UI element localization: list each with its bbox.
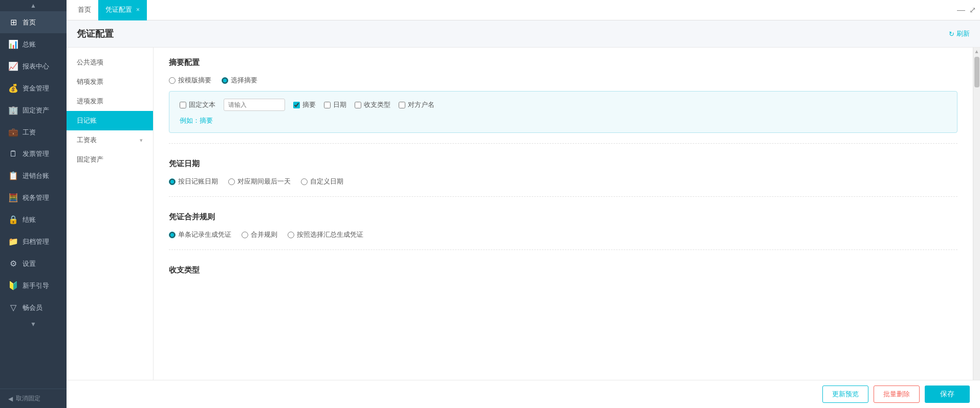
sidebar-item-asset[interactable]: 🏢 固定资产 [0,99,67,121]
date-last-day-radio[interactable] [228,178,235,185]
close-account-icon: 🔒 [8,215,18,224]
sidebar-unpin-button[interactable]: ◀ 取消固定 [0,389,67,408]
tab-right-actions: — ⤢ [957,5,976,15]
content-layout: 公共选项 销项发票 进项发票 日记账 工资表 ▾ 固定资产 摘要配置 [67,48,980,380]
checkbox-summary[interactable]: 摘要 [293,100,316,109]
sidebar-item-invoice[interactable]: 🗒 发票管理 [0,143,67,165]
fixed-text-input[interactable] [224,99,285,111]
tab-close-icon[interactable]: × [136,6,140,13]
checkbox-counterpart[interactable]: 对方户名 [399,100,434,109]
bottom-bar: 更新预览 批量删除 保存 [67,380,980,408]
page-header: 凭证配置 ↻ 刷新 [67,20,980,48]
nav-item-fixed-asset[interactable]: 固定资产 [67,150,153,169]
summary-radio-group: 按模版摘要 选择摘要 [169,76,957,85]
checkbox-date[interactable]: 日期 [324,100,346,109]
main-content: 摘要配置 按模版摘要 选择摘要 固定文本 [154,48,973,380]
fixed-text-checkbox[interactable] [180,102,186,108]
minimize-button[interactable]: — [957,5,965,15]
sidebar-item-member[interactable]: ▽ 畅会员 [0,297,67,319]
merge-section-title: 凭证合并规则 [169,212,957,222]
merge-radio-by-selection[interactable]: 按照选择汇总生成凭证 [288,230,363,239]
sidebar-item-guide[interactable]: 🔰 新手引导 [0,275,67,297]
ledger-icon: 📊 [8,39,18,49]
summary-config-box: 固定文本 摘要 日期 收支类型 [169,91,957,133]
guide-icon: 🔰 [8,281,18,290]
merge-section: 凭证合并规则 单条记录生成凭证 合并规则 按照选择汇总生成凭证 [169,212,957,250]
sidebar-item-settings[interactable]: ⚙ 设置 [0,253,67,275]
date-checkbox[interactable] [324,102,331,108]
refresh-button[interactable]: ↻ 刷新 [949,29,970,38]
sidebar-item-close[interactable]: 🔒 结账 [0,209,67,231]
summary-template-radio[interactable] [169,77,176,84]
member-icon: ▽ [8,303,18,312]
summary-checkbox-row: 固定文本 摘要 日期 收支类型 [180,99,947,111]
sidebar-scroll-down[interactable]: ▼ [0,319,67,330]
scroll-up-arrow[interactable]: ▲ [973,48,981,55]
salary-icon: 💼 [8,127,18,137]
home-icon: ⊞ [8,17,18,27]
nav-item-journal[interactable]: 日记账 [67,111,153,130]
date-radio-custom[interactable]: 自定义日期 [301,177,343,186]
chevron-down-icon: ▾ [140,137,143,144]
income-type-checkbox[interactable] [355,102,361,108]
tax-icon: 🧮 [8,193,18,202]
checkbox-income-type[interactable]: 收支类型 [355,100,390,109]
batch-delete-button[interactable]: 批量删除 [874,386,920,403]
nav-item-purchase-invoice[interactable]: 进项发票 [67,92,153,111]
refresh-icon: ↻ [949,30,954,38]
sidebar-item-archive[interactable]: 📁 归档管理 [0,231,67,253]
summary-radio-select[interactable]: 选择摘要 [222,76,257,85]
merge-selection-radio[interactable] [288,232,294,238]
date-section-title: 凭证日期 [169,159,957,169]
date-section: 凭证日期 按日记账日期 对应期间最后一天 自定义日期 [169,159,957,197]
date-journal-radio[interactable] [169,178,176,185]
summary-select-radio[interactable] [222,77,228,84]
merge-merge-radio[interactable] [242,232,248,238]
date-radio-journal[interactable]: 按日记账日期 [169,177,218,186]
counterpart-checkbox[interactable] [399,102,405,108]
update-preview-button[interactable]: 更新预览 [822,386,868,403]
sidebar-item-ledger[interactable]: 📊 总账 [0,33,67,55]
summary-radio-template[interactable]: 按模版摘要 [169,76,211,85]
sidebar-item-fund[interactable]: 💰 资金管理 [0,77,67,99]
sidebar-scroll-up[interactable]: ▲ [0,0,67,11]
maximize-button[interactable]: ⤢ [969,5,976,15]
merge-radio-single[interactable]: 单条记录生成凭证 [169,230,231,239]
sidebar: ▲ ⊞ 首页 📊 总账 📈 报表中心 💰 资金管理 🏢 固定资产 💼 工资 🗒 … [0,0,67,408]
left-nav: 公共选项 销项发票 进项发票 日记账 工资表 ▾ 固定资产 [67,48,154,380]
date-radio-group: 按日记账日期 对应期间最后一天 自定义日期 [169,177,957,186]
nav-item-sales-invoice[interactable]: 销项发票 [67,72,153,92]
summary-section-title: 摘要配置 [169,58,957,67]
sidebar-item-tax[interactable]: 🧮 税务管理 [0,187,67,209]
date-radio-last-day[interactable]: 对应期间最后一天 [228,177,291,186]
sidebar-item-home[interactable]: ⊞ 首页 [0,11,67,33]
date-custom-radio[interactable] [301,178,308,185]
sidebar-item-salary[interactable]: 💼 工资 [0,121,67,143]
invoice-icon: 🗒 [8,149,18,158]
settings-icon: ⚙ [8,259,18,268]
scroll-thumb[interactable] [974,57,979,87]
sidebar-item-sales[interactable]: 📋 进销台账 [0,165,67,187]
checkbox-fixed-text[interactable]: 固定文本 [180,100,215,109]
sidebar-item-report[interactable]: 📈 报表中心 [0,55,67,77]
save-button[interactable]: 保存 [925,386,970,403]
nav-item-payroll[interactable]: 工资表 ▾ [67,130,153,150]
income-type-section: 收支类型 [169,265,957,293]
right-scrollbar[interactable]: ▲ [973,48,980,380]
pin-icon: ◀ [8,395,13,402]
tab-home[interactable]: 首页 [71,0,98,20]
report-icon: 📈 [8,61,18,71]
main-area: 首页 凭证配置 × — ⤢ 凭证配置 ↻ 刷新 公共选项 销项发票 进项 [67,0,980,408]
income-type-section-title: 收支类型 [169,265,957,275]
merge-radio-group: 单条记录生成凭证 合并规则 按照选择汇总生成凭证 [169,230,957,239]
sales-icon: 📋 [8,171,18,180]
summary-checkbox[interactable] [293,102,300,108]
asset-icon: 🏢 [8,105,18,115]
nav-item-public[interactable]: 公共选项 [67,53,153,72]
merge-single-radio[interactable] [169,232,176,238]
tab-voucher-config[interactable]: 凭证配置 × [98,0,147,20]
tab-bar: 首页 凭证配置 × — ⤢ [67,0,980,20]
summary-example: 例如：摘要 [180,116,947,125]
page-title: 凭证配置 [77,28,114,40]
merge-radio-merge[interactable]: 合并规则 [242,230,277,239]
